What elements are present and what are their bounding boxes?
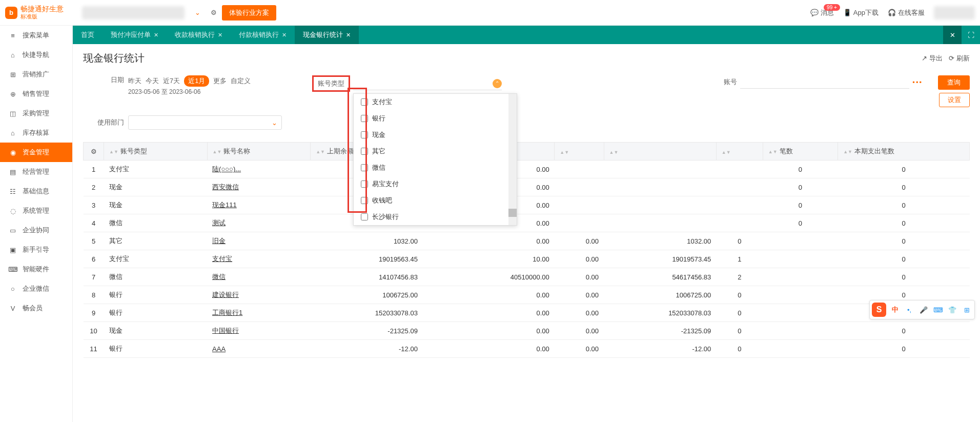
chevron-down-icon: ⌄ xyxy=(272,119,277,127)
date-quick-option[interactable]: 昨天 xyxy=(128,76,141,86)
date-quick-option[interactable]: 近7天 xyxy=(163,76,180,86)
sidebar-item-9[interactable]: ◌系统管理 xyxy=(0,201,72,220)
sidebar-item-3[interactable]: ⊕销售管理 xyxy=(0,84,72,104)
refresh-button[interactable]: ⟳刷新 xyxy=(949,54,970,63)
date-quick-option[interactable]: 今天 xyxy=(146,76,159,86)
sort-icon[interactable]: ▲▼ xyxy=(560,151,569,154)
dropdown-item[interactable]: 收钱吧 xyxy=(354,192,517,209)
tab-close-all-icon[interactable]: ✕ xyxy=(943,26,962,44)
tab-1[interactable]: 预付冲应付单✕ xyxy=(103,26,167,44)
sidebar-item-10[interactable]: ▭企业协同 xyxy=(0,220,72,240)
ime-punct-icon[interactable]: •, xyxy=(904,304,915,315)
sidebar-item-12[interactable]: ⌨智能硬件 xyxy=(0,259,72,279)
app-download-link[interactable]: 📱 App下载 xyxy=(843,8,879,17)
gear-icon[interactable]: ⚙ xyxy=(211,9,217,16)
account-link[interactable]: 微信 xyxy=(212,273,226,280)
company-dropdown-icon[interactable]: ⌄ xyxy=(195,9,200,16)
sidebar-item-7[interactable]: ▤经营管理 xyxy=(0,162,72,182)
sidebar-item-1[interactable]: ⌂快捷导航 xyxy=(0,45,72,65)
date-quick-option[interactable]: 近1月 xyxy=(184,75,209,87)
sidebar-item-4[interactable]: ◫采购管理 xyxy=(0,104,72,123)
account-no-input[interactable] xyxy=(740,75,909,89)
account-link[interactable]: AAA xyxy=(212,345,226,353)
dropdown-item[interactable]: 其它 xyxy=(354,143,517,159)
table-header[interactable]: ▲▼ xyxy=(716,143,763,160)
table-header[interactable]: ⚙ xyxy=(84,143,104,160)
dropdown-item[interactable]: 支付宝 xyxy=(354,94,517,110)
dept-select[interactable]: ⌄ xyxy=(128,115,282,130)
table-header[interactable]: ▲▼笔数 xyxy=(763,143,838,160)
sogou-logo-icon[interactable]: S xyxy=(872,303,886,317)
table-header[interactable]: ▲▼ xyxy=(604,143,716,160)
sort-icon[interactable]: ▲▼ xyxy=(316,150,325,153)
table-header[interactable]: ▲▼ xyxy=(555,143,604,160)
dropdown-checkbox[interactable] xyxy=(361,148,368,155)
dropdown-checkbox[interactable] xyxy=(361,131,368,138)
dropdown-checkbox[interactable] xyxy=(361,164,368,171)
close-icon[interactable]: ✕ xyxy=(346,32,351,38)
account-type-select[interactable]: ⌃ xyxy=(353,77,502,90)
more-filters-icon[interactable]: ••• xyxy=(912,78,923,86)
sidebar-item-13[interactable]: ○企业微信 xyxy=(0,279,72,298)
ime-keyboard-icon[interactable]: ⌨ xyxy=(932,304,944,315)
ime-toolbox-icon[interactable]: ⊞ xyxy=(961,304,972,315)
sidebar-item-8[interactable]: ☷基础信息 xyxy=(0,182,72,201)
table-header[interactable]: ▲▼本期支出笔数 xyxy=(838,143,970,160)
tab-3[interactable]: 付款核销执行✕ xyxy=(231,26,295,44)
settings-button[interactable]: 设置 xyxy=(939,93,970,107)
close-icon[interactable]: ✕ xyxy=(154,32,158,38)
sort-icon[interactable]: ▲▼ xyxy=(722,151,731,154)
tab-fullscreen-icon[interactable]: ⛶ xyxy=(962,26,980,44)
dropdown-checkbox[interactable] xyxy=(361,115,368,122)
account-link[interactable]: 中国银行 xyxy=(212,327,239,334)
dropdown-checkbox[interactable] xyxy=(361,98,368,106)
tab-4[interactable]: 现金银行统计✕ xyxy=(295,26,359,44)
phone-icon: 📱 xyxy=(843,9,851,16)
dropdown-scrollbar[interactable] xyxy=(508,94,517,225)
dropdown-item[interactable]: 易宝支付 xyxy=(354,176,517,192)
date-quick-option[interactable]: 更多 xyxy=(213,76,227,86)
sidebar-item-14[interactable]: V畅会员 xyxy=(0,298,72,318)
tab-0[interactable]: 首页 xyxy=(73,26,103,44)
sidebar-item-5[interactable]: ⌂库存核算 xyxy=(0,123,72,143)
account-link[interactable]: 建设银行 xyxy=(212,291,239,298)
account-link[interactable]: 支付宝 xyxy=(212,255,232,263)
account-link[interactable]: 旧金 xyxy=(212,237,226,245)
account-link[interactable]: 陆(○○○)... xyxy=(212,165,241,173)
dropdown-checkbox[interactable] xyxy=(361,213,368,220)
dropdown-item[interactable]: 现金 xyxy=(354,127,517,143)
query-button[interactable]: 查询 xyxy=(938,75,970,90)
sort-icon[interactable]: ▲▼ xyxy=(843,150,852,153)
lang-toggle[interactable]: 中 xyxy=(889,304,901,315)
sort-icon[interactable]: ▲▼ xyxy=(768,150,778,153)
sidebar-item-6[interactable]: ◉资金管理 xyxy=(0,143,72,162)
ime-mic-icon[interactable]: 🎤 xyxy=(918,304,929,315)
sort-icon[interactable]: ▲▼ xyxy=(109,150,118,153)
sort-icon[interactable]: ▲▼ xyxy=(609,151,619,154)
dropdown-item[interactable]: 微信 xyxy=(354,159,517,176)
tab-2[interactable]: 收款核销执行✕ xyxy=(167,26,231,44)
service-link[interactable]: 🎧 在线客服 xyxy=(888,8,925,17)
sidebar-item-11[interactable]: ▣新手引导 xyxy=(0,240,72,259)
dropdown-checkbox[interactable] xyxy=(361,180,368,188)
date-quick-option[interactable]: 自定义 xyxy=(231,76,251,86)
sidebar-item-0[interactable]: ≡搜索菜单 xyxy=(0,26,72,45)
table-header[interactable]: ▲▼账号类型 xyxy=(104,143,208,160)
experience-button[interactable]: 体验行业方案 xyxy=(222,5,276,21)
account-link[interactable]: 工商银行1 xyxy=(212,309,242,316)
table-header[interactable]: ▲▼账号名称 xyxy=(207,143,311,160)
account-link[interactable]: 测试 xyxy=(212,219,226,227)
account-link[interactable]: 现金111 xyxy=(212,201,237,209)
export-button[interactable]: ↗导出 xyxy=(922,54,943,63)
account-link[interactable]: 西安微信 xyxy=(212,183,239,191)
sidebar-item-2[interactable]: ⊞营销推广 xyxy=(0,65,72,84)
sort-icon[interactable]: ▲▼ xyxy=(213,150,222,153)
gear-icon[interactable]: ⚙ xyxy=(91,148,97,155)
dropdown-checkbox[interactable] xyxy=(361,197,368,204)
dropdown-item[interactable]: 长沙银行 xyxy=(354,209,517,225)
message-link[interactable]: 💬 消息 99 + xyxy=(810,8,834,17)
close-icon[interactable]: ✕ xyxy=(218,32,222,38)
close-icon[interactable]: ✕ xyxy=(282,32,287,38)
dropdown-item[interactable]: 银行 xyxy=(354,110,517,127)
ime-skin-icon[interactable]: 👕 xyxy=(947,304,958,315)
